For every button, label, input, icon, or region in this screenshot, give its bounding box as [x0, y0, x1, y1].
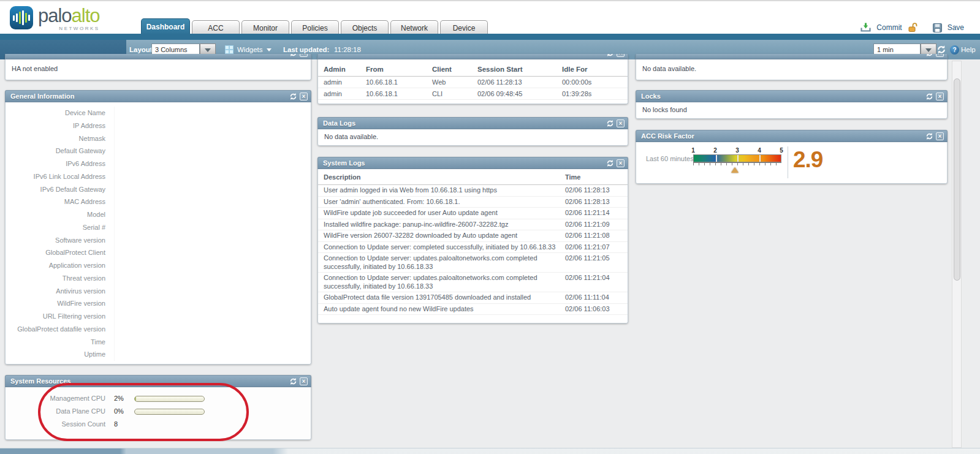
log-time: 02/06 11:21:09: [565, 221, 628, 229]
system-log-row: Connection to Update server: updates.pal…: [318, 253, 628, 273]
general-info-row: Time: [6, 336, 311, 349]
widget-close-icon[interactable]: ×: [617, 159, 625, 167]
log-time: 02/06 11:21:04: [565, 274, 628, 290]
risk-gauge: 12345: [693, 147, 781, 166]
log-description: User admin logged in via Web from 10.66.…: [318, 186, 565, 195]
log-time: 02/06 11:28:13: [565, 198, 628, 206]
general-info-row: GlobalProtect Client: [6, 246, 311, 259]
data-logs-message: No data available.: [318, 129, 628, 146]
widget-close-icon[interactable]: ×: [936, 54, 944, 57]
admin-session-row: admin10.66.18.1Web02/06 11:28:1300:00:00…: [318, 77, 628, 88]
widget-refresh-icon[interactable]: [289, 93, 297, 100]
system-log-row: User admin logged in via Web from 10.66.…: [318, 185, 628, 197]
widget-close-icon[interactable]: ×: [936, 93, 944, 100]
chevron-down-icon: [267, 48, 272, 51]
system-logs-widget-header: System Logs ×: [317, 157, 628, 169]
general-info-value: [114, 259, 311, 272]
save-button[interactable]: Save: [948, 23, 964, 32]
logo-palo: palo: [38, 5, 72, 26]
system-resource-row: Data Plane CPU0%: [6, 405, 311, 418]
widget-refresh-icon[interactable]: [925, 132, 933, 140]
widget-refresh-icon[interactable]: [925, 54, 933, 57]
tab-policies[interactable]: Policies: [291, 20, 339, 35]
system-log-row: Connection to Update server: updates.pal…: [318, 273, 628, 292]
save-icon[interactable]: [933, 23, 942, 32]
system-resource-row: Management CPU2%: [6, 392, 311, 405]
system-resource-row: Session Count8: [6, 418, 311, 431]
column-from: From: [366, 63, 432, 76]
general-info-label: Netmask: [6, 132, 105, 145]
no-data-message: No data available.: [636, 59, 947, 78]
general-info-label: Antivirus version: [6, 285, 105, 298]
general-info-row: Application version: [6, 259, 311, 272]
risk-gauge-scale: 12345: [693, 147, 781, 154]
tab-acc[interactable]: ACC: [192, 20, 240, 35]
resource-value: 2%: [114, 392, 130, 405]
log-description: WildFire update job succeeded for user A…: [318, 209, 565, 218]
column-time: Time: [565, 169, 628, 184]
general-info-label: Application version: [6, 259, 105, 272]
log-time: 02/06 11:21:05: [565, 254, 628, 271]
widget-refresh-icon[interactable]: [606, 159, 614, 167]
log-description: Installed wildfire package: panup-inc-wi…: [318, 221, 565, 229]
commit-button[interactable]: Commit: [876, 23, 902, 32]
general-info-row: Model: [6, 208, 311, 221]
widget-close-icon[interactable]: ×: [617, 54, 625, 57]
admin-cell: CLI: [432, 88, 477, 99]
resource-value: 8: [114, 418, 130, 431]
locks-message: No locks found: [636, 102, 947, 119]
general-info-value: [114, 323, 311, 336]
main-nav-tabs: DashboardACCMonitorPoliciesObjectsNetwor…: [141, 18, 490, 35]
top-header: paloalto NETWORKS DashboardACCMonitorPol…: [0, 0, 980, 34]
widget-title: Data Logs: [323, 119, 355, 127]
paloalto-logo-icon: [10, 6, 33, 29]
general-info-label: MAC Address: [6, 195, 105, 208]
widget-close-icon[interactable]: ×: [300, 54, 308, 57]
vertical-scrollbar[interactable]: [952, 61, 962, 448]
system-resources-rows: Management CPU2%Data Plane CPU0%Session …: [6, 387, 311, 431]
general-info-value: [114, 170, 311, 183]
widget-close-icon[interactable]: ×: [936, 132, 944, 140]
widgets-grid-icon: [226, 46, 234, 54]
widget-refresh-icon[interactable]: [925, 93, 933, 100]
widget-refresh-icon[interactable]: [606, 54, 614, 57]
widget-refresh-icon[interactable]: [606, 119, 614, 127]
general-info-row: GlobalProtect datafile version: [6, 323, 311, 336]
general-information-widget-header: General Information ×: [5, 90, 311, 102]
tab-network[interactable]: Network: [390, 20, 438, 35]
admin-cell: 10.66.18.1: [366, 88, 432, 99]
widget-title: General Information: [10, 93, 75, 100]
tab-dashboard[interactable]: Dashboard: [141, 18, 190, 35]
risk-gauge-ruler: [693, 162, 781, 166]
system-log-row: Installed wildfire package: panup-inc-wi…: [318, 219, 628, 231]
column-admin: Admin: [318, 63, 366, 76]
general-info-value: [114, 246, 311, 259]
help-button[interactable]: ? Help: [950, 40, 976, 59]
widget-close-icon[interactable]: ×: [300, 377, 308, 385]
column-session-start: Session Start: [477, 63, 562, 76]
paloalto-logo-text: paloalto NETWORKS: [38, 6, 100, 31]
commit-icon[interactable]: [860, 23, 871, 32]
tab-objects[interactable]: Objects: [341, 20, 389, 35]
log-time: 02/06 11:21:08: [565, 232, 628, 240]
widget-close-icon[interactable]: ×: [300, 93, 308, 100]
general-info-row: IPv6 Address: [6, 157, 311, 170]
lock-icon[interactable]: [908, 23, 917, 32]
tab-device[interactable]: Device: [440, 20, 488, 35]
general-info-label: IPv6 Link Local Address: [6, 170, 105, 183]
general-info-row: Software version: [6, 234, 311, 247]
bottom-status-strip: [0, 448, 980, 454]
general-info-label: IPv6 Address: [6, 157, 105, 170]
widget-close-icon[interactable]: ×: [617, 119, 625, 127]
general-info-value: [114, 195, 311, 208]
gauge-scale-number: 2: [713, 147, 717, 154]
widget-title: ACC Risk Factor: [641, 132, 694, 140]
resource-value: 0%: [114, 405, 130, 418]
vertical-scrollbar-thumb[interactable]: [954, 78, 960, 281]
general-info-value: [114, 157, 311, 170]
tab-monitor[interactable]: Monitor: [241, 20, 289, 35]
general-info-value: [114, 145, 311, 157]
widget-refresh-icon[interactable]: [289, 54, 297, 57]
paloalto-logo: paloalto NETWORKS: [10, 6, 100, 31]
widget-refresh-icon[interactable]: [289, 377, 297, 385]
